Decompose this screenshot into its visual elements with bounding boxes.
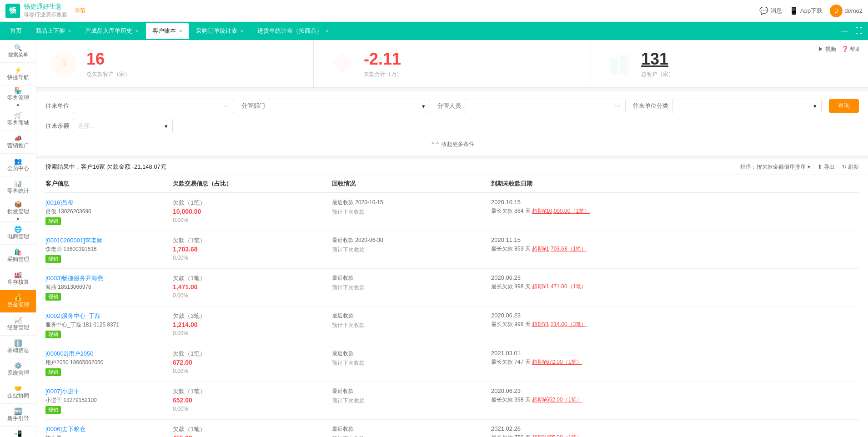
customer-name-link-6[interactable]: [0006]去下粮仓 — [45, 426, 85, 432]
tab-bar: 首页 商品上下架 ✕ 产成品入库单历史 ✕ 客户账本 ✕ 采购订单统计表 ✕ 进… — [0, 22, 868, 40]
tab-home[interactable]: 首页 — [4, 23, 28, 39]
next-collect-4: 预计下次收款 — [332, 359, 491, 367]
debt-amount-6: 455.90 — [173, 434, 332, 437]
sidebar-item-capital[interactable]: 💰 资金管理 — [0, 290, 36, 313]
customer-name-link-4[interactable]: [000002]用户2050 — [45, 350, 94, 357]
sidebar-item-basic-info[interactable]: ℹ️ 基础信息 — [0, 336, 36, 358]
customer-name-link-5[interactable]: [0007]小进干 — [45, 388, 80, 395]
sidebar-item-app-center[interactable]: 📲 应用中心 — [0, 427, 36, 437]
overdue-days-4: 最长欠款 747 天 — [491, 359, 531, 365]
debt-cell-2: 欠款（1笔） 1,471.00 0.00% — [173, 274, 332, 299]
tab-product-in[interactable]: 产成品入库单历史 ✕ — [79, 23, 145, 39]
sidebar-item-quick-nav[interactable]: ⚡ 快捷导航 — [0, 63, 36, 85]
tab-product-off[interactable]: 商品上下架 ✕ — [29, 23, 78, 39]
help-btn[interactable]: ❓ 帮助 — [842, 45, 861, 53]
overdue-amount-link-5[interactable]: 超期¥652.00（1笔） — [532, 397, 582, 403]
overdue-amount-link-3[interactable]: 超期¥1,214.00（3笔） — [532, 321, 587, 327]
customer-cell-4: [000002]用户2050 用户2050 18665062050 现销 — [45, 350, 173, 376]
sidebar-item-retail-stats[interactable]: 📊 零售统计 — [0, 176, 36, 199]
customer-name-link-0[interactable]: [0016]吕俊 — [45, 199, 74, 206]
debt-count-1: 欠款（1笔） — [173, 236, 332, 245]
overdue-days-6: 最长欠款 750 天 — [491, 434, 531, 437]
sidebar-item-purchase[interactable]: 🛍️ 采购管理 — [0, 245, 36, 267]
customer-name-link-2[interactable]: [0003]畅捷服务尹海燕 — [45, 275, 103, 281]
stat-card-total-customers: ▶ 视频 ❓ 帮助 131 总客户（家） — [591, 40, 868, 87]
sidebar-item-enterprise[interactable]: 🤝 企业协同 — [0, 381, 36, 404]
debt-amount-1: 1,703.68 — [173, 246, 332, 253]
tab-close-icon[interactable]: ✕ — [240, 29, 244, 34]
minimize-btn[interactable]: — — [839, 25, 850, 37]
sidebar-item-marketing[interactable]: 📣 营销推广 — [0, 131, 36, 154]
tab-purchase-summary[interactable]: 进货单统计表（按商品） ✕ — [251, 23, 335, 39]
customer-name-link-3[interactable]: [0002]服务中心_丁磊 — [45, 312, 100, 319]
expire-cell-6: 2021.02.26 最长欠款 750 天 超期¥455.90（1笔） — [491, 425, 859, 437]
debt-amount-4: 672.00 — [173, 359, 332, 366]
table-row: [000002]用户2050 用户2050 18665062050 现销 欠款（… — [45, 344, 859, 382]
sidebar-item-operation[interactable]: 📈 经营管理 — [0, 313, 36, 336]
recovery-cell-2: 最近收款 预计下次收款 — [332, 274, 491, 291]
sidebar-item-batch-mgmt[interactable]: 📦 批发管理 ▲ — [0, 199, 36, 222]
tab-purchase-order[interactable]: 采购订单统计表 ✕ — [190, 23, 250, 39]
expire-date-5: 2020.06.23 — [491, 387, 859, 394]
sidebar-item-ecommerce[interactable]: 🌐 电商管理 — [0, 222, 36, 245]
tab-close-icon[interactable]: ✕ — [179, 29, 182, 34]
sidebar-item-system[interactable]: ⚙️ 系统管理 — [0, 358, 36, 381]
sidebar-item-retail-mgmt[interactable]: 🏪 零售管理 ▲ — [0, 85, 36, 108]
sidebar-item-search[interactable]: 🔍 搜索菜单 — [0, 40, 36, 63]
tab-customer-account[interactable]: 客户账本 ✕ — [146, 23, 189, 39]
source-unit-input[interactable]: ··· — [73, 99, 234, 113]
debt-cell-5: 欠款（1笔） 652.00 0.00% — [173, 387, 332, 412]
stat-value-total-owed: -2.11 — [364, 50, 402, 69]
overdue-amount-link-1[interactable]: 超期¥1,703.68（1笔） — [532, 246, 587, 252]
collapse-row[interactable]: ⌃⌃ 收起更多条件 — [45, 139, 859, 148]
unit-category-label: 往来单位分类 — [633, 102, 668, 110]
video-btn[interactable]: ▶ 视频 — [818, 45, 836, 53]
table-row: [0003]畅捷服务尹海燕 海燕 18513066976 现销 欠款（1笔） 1… — [45, 269, 859, 306]
filter-row-2: 往来余额 选择... ▾ — [45, 119, 859, 133]
debt-amount-5: 652.00 — [173, 397, 332, 404]
overdue-amount-link-6[interactable]: 超期¥455.90（1笔） — [532, 434, 582, 437]
tab-close-icon[interactable]: ✕ — [68, 29, 71, 34]
top-right-area: 💬 消息 📱 App下载 D demo2 — [759, 5, 863, 17]
recovery-cell-4: 最近收款 预计下次收款 — [332, 350, 491, 367]
source-unit-dots[interactable]: ··· — [223, 102, 229, 110]
unit-category-select[interactable]: ▾ — [672, 99, 822, 113]
next-collect-5: 预计下次收款 — [332, 397, 491, 405]
person-input[interactable]: ··· — [465, 99, 626, 113]
last-collect-6: 最近收款 — [332, 425, 491, 433]
export-btn[interactable]: ⬆ 导出 — [818, 163, 834, 171]
filter-unit-category: 往来单位分类 ▾ — [633, 99, 822, 113]
refresh-btn[interactable]: ↻ 刷新 — [842, 163, 859, 171]
customer-cell-6: [0006]去下粮仓 陈小希 现销 — [45, 425, 173, 437]
debt-percent-4: 0.00% — [173, 368, 332, 374]
dept-select[interactable]: ▾ — [269, 99, 430, 113]
filter-remaining: 往来余额 选择... ▾ — [45, 119, 173, 133]
tab-close-icon[interactable]: ✕ — [135, 29, 139, 34]
app-download-btn[interactable]: 📱 App下载 — [789, 6, 823, 15]
overdue-amount-link-2[interactable]: 超期¥1,471.00（1笔） — [532, 283, 587, 290]
person-dots[interactable]: ··· — [615, 102, 621, 110]
nav-link[interactable]: 示范 — [75, 7, 85, 15]
sidebar-item-retail-mall[interactable]: 🛒 零售商城 — [0, 108, 36, 131]
sidebar-item-newcomer[interactable]: 🆕 新手引导 — [0, 404, 36, 427]
user-avatar[interactable]: D demo2 — [830, 5, 863, 17]
remaining-select[interactable]: 选择... ▾ — [73, 119, 173, 133]
overdue-amount-link-0[interactable]: 超期¥10,000.00（1笔） — [532, 208, 590, 214]
customer-contact-2: 海燕 18513066976 — [45, 283, 173, 291]
expire-date-0: 2020.10.15 — [491, 199, 859, 206]
debt-count-0: 欠款（1笔） — [173, 199, 332, 207]
stat-value-customers-owed: 16 — [86, 50, 130, 69]
overdue-amount-link-4[interactable]: 超期¥672.00（1笔） — [532, 359, 582, 365]
search-button[interactable]: 查询 — [829, 99, 859, 113]
message-btn[interactable]: 💬 消息 — [759, 6, 782, 15]
sidebar-item-inventory[interactable]: 🏭 库存核算 — [0, 267, 36, 290]
chevron-down-icon: ▾ — [422, 103, 425, 110]
sidebar-item-member[interactable]: 👥 会员中心 — [0, 154, 36, 176]
sort-select[interactable]: 排序：按欠款金额倒序排序 ▾ — [740, 163, 810, 171]
svg-text:¥: ¥ — [61, 56, 68, 69]
debt-count-4: 欠款（1笔） — [173, 350, 332, 358]
last-collect-5: 最近收款 — [332, 387, 491, 395]
tab-close-icon[interactable]: ✕ — [325, 29, 329, 34]
customer-name-link-1[interactable]: [00010200001]李老师 — [45, 237, 103, 244]
maximize-btn[interactable]: ⛶ — [853, 25, 864, 37]
